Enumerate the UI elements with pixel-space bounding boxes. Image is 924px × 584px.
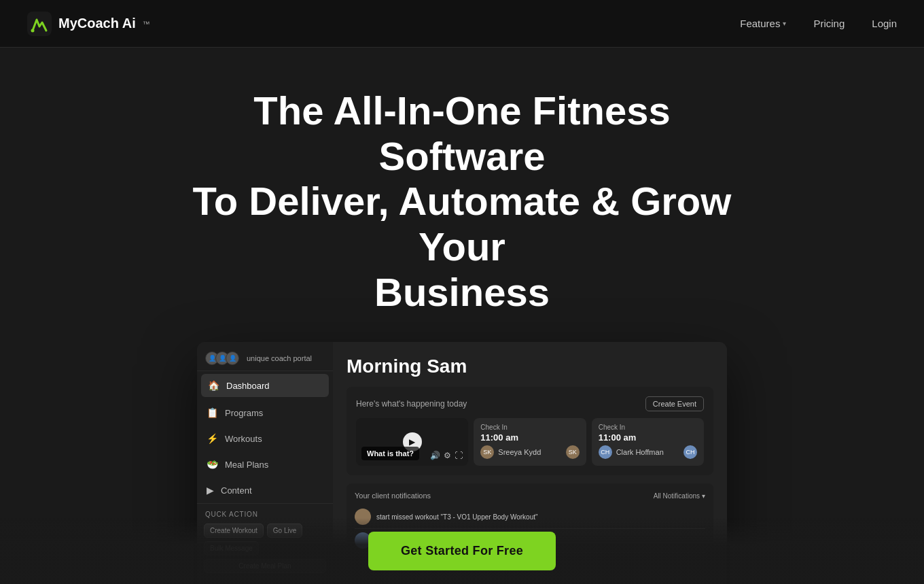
notifications-label: Your client notifications xyxy=(355,492,431,500)
checkin-card-clark: Check In 11:00 am CH Clark Hoffman CH xyxy=(592,418,704,466)
today-section: Here's what's happening today Create Eve… xyxy=(346,387,713,475)
dropdown-icon: ▾ xyxy=(702,492,705,500)
get-started-button[interactable]: Get Started For Free xyxy=(368,532,556,570)
cta-container: Get Started For Free xyxy=(0,518,924,584)
workouts-icon: ⚡ xyxy=(207,433,218,444)
video-controls: 🔊 ⚙ ⛶ xyxy=(430,451,463,460)
brand-tm: ™ xyxy=(143,20,150,28)
checkin-username-1: Sreeya Kydd xyxy=(498,448,541,456)
checkin-label-2: Check In xyxy=(599,424,697,431)
features-chevron: ▾ xyxy=(783,20,786,27)
sidebar-item-programs[interactable]: 📋 Programs xyxy=(197,400,333,426)
checkin-label-1: Check In xyxy=(480,424,579,431)
checkin-time-1: 11:00 am xyxy=(480,432,579,443)
checkin-card-video: ▶ 🔊 ⚙ ⛶ What is that? xyxy=(356,418,468,466)
checkin-card-sreeya: Check In 11:00 am SK Sreeya Kydd SK xyxy=(474,418,586,466)
hero-title: The All-In-One Fitness Software To Deliv… xyxy=(190,88,734,315)
avatar-group: 👤 👤 👤 xyxy=(205,351,236,365)
sidebar-item-dashboard-label: Dashboard xyxy=(226,381,270,391)
checkin-user-2: CH Clark Hoffman CH xyxy=(599,445,697,459)
hero-section: The All-In-One Fitness Software To Deliv… xyxy=(0,48,924,584)
sidebar-item-content[interactable]: ▶ Content xyxy=(197,477,333,503)
sidebar-item-mealplans[interactable]: 🥗 Meal Plans xyxy=(197,451,333,477)
checkin-info-sreeya: Check In 11:00 am SK Sreeya Kydd SK xyxy=(474,418,586,464)
checkin-avatar-clark: CH xyxy=(599,445,612,459)
dashboard-icon: 🏠 xyxy=(208,380,219,391)
navbar: MyCoach Ai™ Features ▾ Pricing Login xyxy=(0,0,924,48)
notifications-header: Your client notifications All Notificati… xyxy=(355,492,705,500)
mealplans-icon: 🥗 xyxy=(207,459,218,470)
today-header: Here's what's happening today Create Eve… xyxy=(356,396,704,411)
sidebar-top: 👤 👤 👤 unique coach portal xyxy=(197,342,333,371)
checkin-username-2: Clark Hoffman xyxy=(616,448,664,456)
brand-name: MyCoach Ai xyxy=(58,16,136,31)
checkin-info-clark: Check In 11:00 am CH Clark Hoffman CH xyxy=(592,418,704,464)
sidebar-item-dashboard[interactable]: 🏠 Dashboard xyxy=(201,374,329,397)
programs-icon: 📋 xyxy=(207,407,218,418)
checkin-cards: ▶ 🔊 ⚙ ⛶ What is that? Check In xyxy=(356,418,704,466)
sidebar-coach-text: unique coach portal xyxy=(247,354,312,362)
fullscreen-icon[interactable]: ⛶ xyxy=(455,451,463,460)
video-overlay-text: What is that? xyxy=(361,447,419,460)
checkin-time-2: 11:00 am xyxy=(599,432,697,443)
logo-group: MyCoach Ai™ xyxy=(27,12,150,36)
sidebar-item-workouts[interactable]: ⚡ Workouts xyxy=(197,426,333,451)
sidebar-item-programs-label: Programs xyxy=(225,408,263,418)
mini-avatar-3: 👤 xyxy=(226,351,239,365)
settings-icon[interactable]: ⚙ xyxy=(444,451,451,460)
sidebar-item-mealplans-label: Meal Plans xyxy=(225,460,268,470)
checkin-avatar-sreeya-2: SK xyxy=(566,445,580,459)
features-link[interactable]: Features ▾ xyxy=(740,18,786,29)
sidebar-item-workouts-label: Workouts xyxy=(225,434,262,444)
logo-icon xyxy=(27,12,52,36)
checkin-avatar-sreeya: SK xyxy=(480,445,494,459)
content-icon: ▶ xyxy=(207,485,214,496)
sidebar-item-content-label: Content xyxy=(221,485,252,496)
checkin-avatar-clark-2: CH xyxy=(683,445,697,459)
today-label: Here's what's happening today xyxy=(356,399,467,409)
svg-point-1 xyxy=(31,29,35,32)
nav-links: Features ▾ Pricing Login xyxy=(740,18,897,29)
create-event-button[interactable]: Create Event xyxy=(645,396,704,411)
checkin-user-1: SK Sreeya Kydd SK xyxy=(480,445,579,459)
greeting: Morning Sam xyxy=(346,356,713,377)
login-link[interactable]: Login xyxy=(872,18,897,29)
volume-icon[interactable]: 🔊 xyxy=(430,451,440,460)
pricing-link[interactable]: Pricing xyxy=(813,18,845,29)
all-notifications-button[interactable]: All Notifications ▾ xyxy=(654,492,705,500)
qa-title: QUCK ACTION xyxy=(204,511,326,518)
